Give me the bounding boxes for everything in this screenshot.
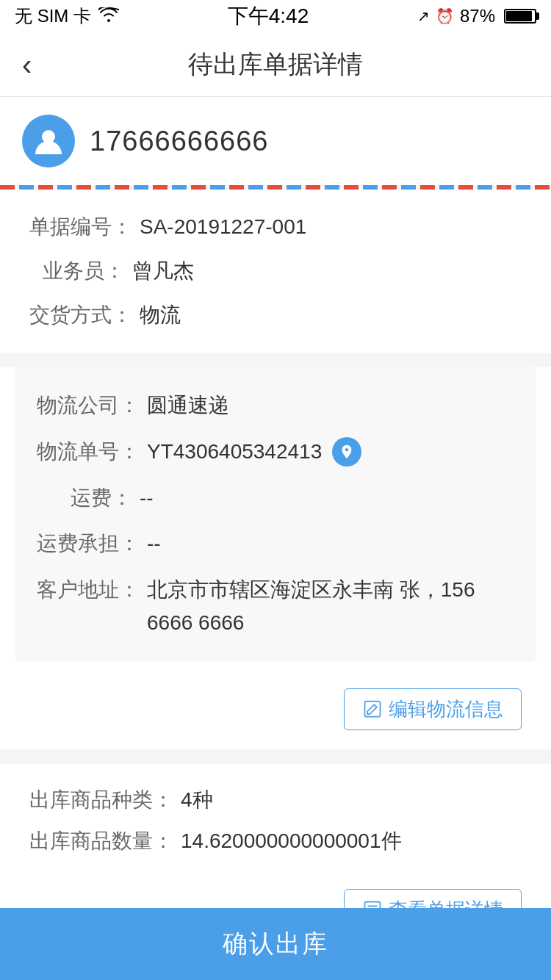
avatar xyxy=(22,115,75,167)
delivery-row: 交货方式： 物流 xyxy=(29,300,522,331)
logistics-wrapper: 物流公司： 圆通速递 物流单号： YT4306405342413 xyxy=(0,367,551,749)
logistics-tracking-label: 物流单号： xyxy=(37,436,147,469)
logistics-company-row: 物流公司： 圆通速递 xyxy=(37,389,514,422)
edit-logistics-button[interactable]: 编辑物流信息 xyxy=(344,688,522,730)
salesperson-row: 业务员： 曾凡杰 xyxy=(29,256,522,287)
goods-qty-label: 出库商品数量： xyxy=(29,827,181,855)
freight-label: 运费： xyxy=(37,482,140,515)
status-right: ↗ ⏰ 87% xyxy=(417,6,536,26)
address-row: 客户地址： 北京市市辖区海淀区永丰南 张，156 6666 6666 xyxy=(37,574,514,640)
confirm-outbound-button[interactable]: 确认出库 xyxy=(0,927,551,961)
logistics-section: 物流公司： 圆通速递 物流单号： YT4306405342413 xyxy=(15,367,536,662)
wifi-icon xyxy=(98,6,119,26)
nav-bar: ‹ 待出库单据详情 xyxy=(0,32,551,97)
logistics-tracking-value: YT4306405342413 xyxy=(147,436,322,469)
section-divider-1 xyxy=(0,749,551,764)
freight-row: 运费： -- xyxy=(37,482,514,515)
goods-type-row: 出库商品种类： 4种 xyxy=(29,786,522,814)
delivery-value: 物流 xyxy=(140,300,522,331)
goods-type-value: 4种 xyxy=(181,786,213,814)
confirm-btn-container: 确认出库 xyxy=(0,908,551,980)
doc-number-label: 单据编号： xyxy=(29,212,140,242)
back-button[interactable]: ‹ xyxy=(22,50,32,79)
salesperson-value: 曾凡杰 xyxy=(132,256,522,287)
freight-bearer-label: 运费承担： xyxy=(37,527,147,561)
goods-qty-row: 出库商品数量： 14.620000000000001件 xyxy=(29,827,522,855)
status-left: 无 SIM 卡 xyxy=(15,4,119,28)
tracking-location-button[interactable] xyxy=(332,437,361,466)
tracking-row: YT4306405342413 xyxy=(147,436,361,469)
battery-icon xyxy=(504,9,536,24)
content-area: 单据编号： SA-20191227-001 业务员： 曾凡杰 交货方式： 物流 … xyxy=(0,190,551,980)
customer-header: 17666666666 xyxy=(0,97,551,185)
freight-bearer-row: 运费承担： -- xyxy=(37,527,514,561)
address-value: 北京市市辖区海淀区永丰南 张，156 6666 6666 xyxy=(147,574,514,640)
freight-bearer-value: -- xyxy=(147,527,514,561)
doc-number-value: SA-20191227-001 xyxy=(140,212,522,242)
location-service-icon: ↗ xyxy=(417,7,430,25)
freight-value: -- xyxy=(140,482,514,515)
alarm-icon: ⏰ xyxy=(436,7,454,25)
logistics-company-label: 物流公司： xyxy=(37,389,147,422)
page-title: 待出库单据详情 xyxy=(188,48,363,82)
carrier-text: 无 SIM 卡 xyxy=(15,4,91,28)
status-time: 下午4:42 xyxy=(228,2,309,30)
edit-btn-row: 编辑物流信息 xyxy=(0,677,551,749)
logistics-company-value: 圆通速递 xyxy=(147,389,514,422)
battery-text: 87% xyxy=(460,6,495,26)
delivery-label: 交货方式： xyxy=(29,300,140,331)
customer-phone: 17666666666 xyxy=(90,126,268,157)
goods-qty-value: 14.620000000000001件 xyxy=(181,827,402,855)
goods-type-label: 出库商品种类： xyxy=(29,786,181,814)
salesperson-label: 业务员： xyxy=(29,256,132,287)
edit-logistics-label: 编辑物流信息 xyxy=(389,696,503,722)
doc-number-row: 单据编号： SA-20191227-001 xyxy=(29,212,522,242)
order-info-section: 单据编号： SA-20191227-001 业务员： 曾凡杰 交货方式： 物流 xyxy=(0,190,551,353)
status-bar: 无 SIM 卡 下午4:42 ↗ ⏰ 87% xyxy=(0,0,551,32)
logistics-tracking-row: 物流单号： YT4306405342413 xyxy=(37,436,514,469)
goods-section: 出库商品种类： 4种 出库商品数量： 14.620000000000001件 xyxy=(0,764,551,877)
address-label: 客户地址： xyxy=(37,574,147,607)
